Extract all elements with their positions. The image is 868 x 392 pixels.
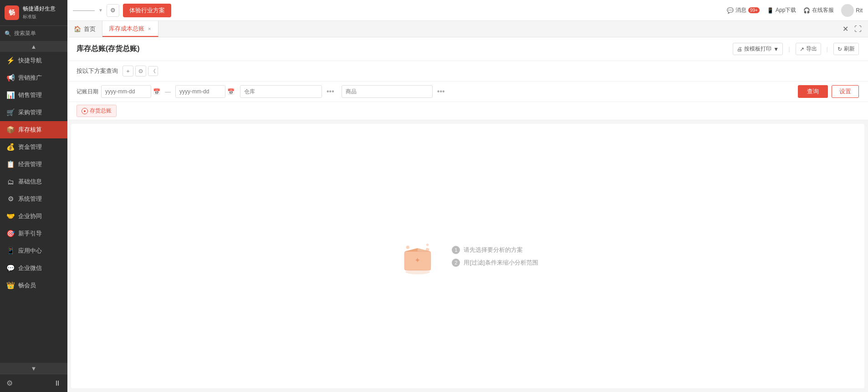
tip-num-1: 1 <box>452 246 460 254</box>
empty-box-illustration: ✦ <box>397 236 438 277</box>
calendar-end-icon[interactable]: 📅 <box>227 88 235 95</box>
search-icon: 🔍 <box>5 31 11 37</box>
sidebar-item-newbie[interactable]: 🎯 新手引导 <box>0 225 67 242</box>
date-end-input[interactable] <box>175 85 225 98</box>
svg-marker-2 <box>405 248 418 251</box>
filter-settings-btn[interactable]: 设置 <box>832 85 859 98</box>
sidebar-item-finance[interactable]: 💰 资金管理 <box>0 138 67 156</box>
tip-num-2: 2 <box>452 259 460 267</box>
sidebar-item-operations[interactable]: 📋 经营管理 <box>0 156 67 173</box>
svg-text:✦: ✦ <box>414 256 420 264</box>
sidebar-item-label: 基础信息 <box>18 178 42 186</box>
scheme-label: 存货总账 <box>90 107 112 115</box>
online-service-label: 在线客服 <box>812 6 834 14</box>
warehouse-filter-group: ••• <box>240 85 336 98</box>
phone-icon: 📱 <box>767 7 774 14</box>
date-label: 记账日期 <box>77 88 98 96</box>
svg-point-6 <box>406 245 409 249</box>
edit-filter-btn[interactable]: ⊙ <box>135 66 146 76</box>
main-area: ———— ▼ ⚙ 体验行业方案 💬 消息 99+ 📱 App下载 🎧 在线客服 <box>67 0 868 392</box>
sidebar-item-apps[interactable]: 📱 应用中心 <box>0 242 67 260</box>
expand-icon[interactable]: ⛶ <box>852 23 864 36</box>
scheme-row: ● 存货总账 <box>67 102 868 120</box>
tip-text-2: 用[过滤]条件来缩小分析范围 <box>464 259 538 267</box>
enterprise-icon: 🤝 <box>6 212 15 220</box>
sidebar-item-inventory[interactable]: 📦 库存核算 <box>0 121 67 138</box>
sales-icon: 📊 <box>6 91 15 99</box>
search-menu[interactable]: 🔍 搜索菜单 <box>0 26 67 41</box>
topbar-right: 💬 消息 99+ 📱 App下载 🎧 在线客服 Rit <box>727 4 863 17</box>
operations-icon: 📋 <box>6 160 15 168</box>
scroll-down-btn[interactable]: ▼ <box>0 363 67 374</box>
print-btn[interactable]: 🖨 按模板打印 ▼ <box>733 43 783 55</box>
sidebar-item-label: 应用中心 <box>18 247 42 255</box>
sidebar-item-label: 快捷导航 <box>18 56 42 65</box>
query-actions: 查询 设置 <box>798 85 859 98</box>
online-service-btn[interactable]: 🎧 在线客服 <box>803 6 834 14</box>
member-icon: 👑 <box>6 281 15 290</box>
add-filter-btn[interactable]: ＋ <box>123 66 133 76</box>
settings-footer-icon[interactable]: ⚙ <box>6 379 13 387</box>
app-download-label: App下载 <box>776 6 796 14</box>
sidebar-item-quick-nav[interactable]: ⚡ 快捷导航 <box>0 52 67 69</box>
marketing-icon: 📢 <box>6 74 15 82</box>
apps-icon: 📱 <box>6 247 15 255</box>
close-panel-icon[interactable]: ✕ <box>839 23 852 36</box>
sidebar-item-label: 系统管理 <box>18 195 42 203</box>
sidebar-item-label: 资金管理 <box>18 143 42 151</box>
scheme-icon: ● <box>82 108 88 114</box>
app-download-btn[interactable]: 📱 App下载 <box>767 6 796 14</box>
breadcrumb: ———— <box>73 7 95 14</box>
sidebar: 畅 畅捷通好生意 标准版 🔍 搜索菜单 ▲ ⚡ 快捷导航 📢 营销推广 📊 销售… <box>0 0 67 392</box>
filter-label: 按以下方案查询 <box>77 67 118 75</box>
finance-icon: 💰 <box>6 143 15 151</box>
svg-point-7 <box>426 244 429 246</box>
query-btn[interactable]: 查询 <box>798 85 828 98</box>
tip-text-1: 请先选择要分析的方案 <box>464 246 523 254</box>
page-header: 库存总账(存货总账) 🖨 按模板打印 ▼ | ↗ 导出 | ↻ 刷新 <box>67 37 868 61</box>
action-separator: | <box>788 46 790 52</box>
sidebar-item-label: 畅会员 <box>18 281 36 290</box>
sidebar-item-enterprise[interactable]: 🤝 企业协同 <box>0 208 67 225</box>
sidebar-item-label: 企业协同 <box>18 212 42 220</box>
calendar-start-icon[interactable]: 📅 <box>153 88 160 95</box>
inventory-icon: 📦 <box>6 126 15 134</box>
sidebar-item-marketing[interactable]: 📢 营销推广 <box>0 69 67 87</box>
user-profile[interactable]: Rit <box>841 4 863 17</box>
date-start-input[interactable] <box>101 85 151 98</box>
date-separator: — <box>165 88 171 95</box>
sidebar-item-sales[interactable]: 📊 销售管理 <box>0 87 67 104</box>
tab-home[interactable]: 🏠 首页 <box>67 21 102 37</box>
scroll-up-btn[interactable]: ▲ <box>0 41 67 52</box>
collapse-filter-btn[interactable]: 《 <box>148 66 158 76</box>
sidebar-item-member[interactable]: 👑 畅会员 <box>0 277 67 294</box>
warehouse-input[interactable] <box>240 85 322 98</box>
close-tab-icon[interactable]: × <box>147 25 152 32</box>
sidebar-item-wechat[interactable]: 💬 企业微信 <box>0 260 67 277</box>
action-separator2: | <box>827 46 828 52</box>
sidebar-item-basic[interactable]: 🗂 基础信息 <box>0 173 67 190</box>
page-title: 库存总账(存货总账) <box>77 44 140 54</box>
scheme-item-inventory-ledger[interactable]: ● 存货总账 <box>77 105 117 117</box>
sidebar-item-label: 销售管理 <box>18 91 42 99</box>
newbie-icon: 🎯 <box>6 229 15 238</box>
tab-inventory-ledger[interactable]: 库存成本总账 × <box>102 21 158 37</box>
refresh-btn[interactable]: ↻ 刷新 <box>833 43 859 55</box>
sidebar-item-purchase[interactable]: 🛒 采购管理 <box>0 104 67 121</box>
settings-icon-btn[interactable]: ⚙ <box>107 4 119 17</box>
sidebar-item-label: 采购管理 <box>18 108 42 117</box>
product-more-icon[interactable]: ••• <box>435 87 447 96</box>
messages-btn[interactable]: 💬 消息 99+ <box>727 6 760 14</box>
refresh-icon: ↻ <box>837 46 842 52</box>
sidebar-item-label: 经营管理 <box>18 160 42 168</box>
wechat-icon: 💬 <box>6 264 15 272</box>
product-input[interactable] <box>342 85 433 98</box>
msg-label: 消息 <box>735 6 746 14</box>
filter-bar: 按以下方案查询 ＋ ⊙ 《 <box>67 61 868 81</box>
industry-btn[interactable]: 体验行业方案 <box>123 4 171 17</box>
sound-icon[interactable]: ⏸ <box>54 379 61 387</box>
sidebar-item-label: 新手引导 <box>18 229 42 238</box>
export-btn[interactable]: ↗ 导出 <box>796 43 821 55</box>
sidebar-item-system[interactable]: ⚙ 系统管理 <box>0 190 67 208</box>
warehouse-more-icon[interactable]: ••• <box>325 87 336 96</box>
